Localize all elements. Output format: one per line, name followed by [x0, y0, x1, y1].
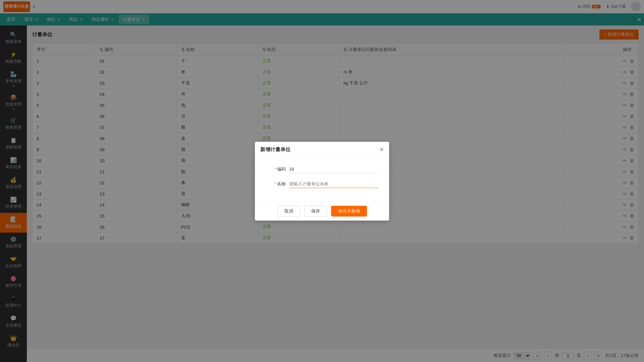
- modal-header: 新增计量单位 ✕: [255, 142, 389, 157]
- code-input[interactable]: [289, 165, 378, 173]
- name-label: *名称: [266, 181, 286, 187]
- form-row-code: *编码: [266, 165, 378, 173]
- modal-overlay: 新增计量单位 ✕ *编码 *名称 取消 保存 保存并新增: [0, 0, 644, 362]
- name-input[interactable]: [289, 180, 378, 188]
- modal-body: *编码 *名称: [255, 157, 389, 201]
- modal-box: 新增计量单位 ✕ *编码 *名称 取消 保存 保存并新增: [255, 142, 389, 221]
- cancel-button[interactable]: 取消: [277, 206, 300, 217]
- modal-close-btn[interactable]: ✕: [379, 146, 384, 153]
- form-row-name: *名称: [266, 180, 378, 188]
- modal-title: 新增计量单位: [260, 146, 290, 153]
- modal-footer: 取消 保存 保存并新增: [255, 201, 389, 221]
- code-label: *编码: [266, 166, 286, 172]
- save-button[interactable]: 保存: [304, 206, 327, 217]
- save-and-new-button[interactable]: 保存并新增: [331, 206, 367, 217]
